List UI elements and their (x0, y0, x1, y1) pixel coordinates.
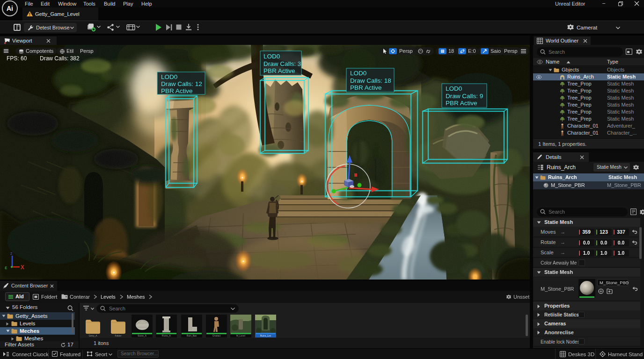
svg-text:LOD0: LOD0 (263, 53, 280, 60)
svg-text:ɛ: ɛ (5, 265, 7, 270)
svg-text:LOD0: LOD0 (446, 85, 462, 92)
svg-text:X: X (21, 264, 24, 271)
svg-text:PBR Active: PBR Active (446, 100, 477, 107)
svg-text:PBR Active: PBR Active (161, 87, 193, 94)
svg-text:FPS: 60: FPS: 60 (7, 55, 27, 62)
svg-text:LOD0: LOD0 (350, 70, 366, 77)
svg-text:z: z (10, 251, 13, 256)
svg-text:Draw Calls: 9: Draw Calls: 9 (446, 93, 483, 100)
svg-text:Draw Calls: 18: Draw Calls: 18 (350, 77, 391, 84)
svg-text:PBR Active: PBR Active (263, 67, 295, 74)
svg-text:Draw Calls: 3: Draw Calls: 3 (263, 60, 301, 67)
svg-text:LOD0: LOD0 (161, 73, 177, 80)
svg-text:Draw Calls: 12: Draw Calls: 12 (161, 80, 202, 87)
svg-text:Draw Calls: 382: Draw Calls: 382 (40, 55, 80, 62)
svg-text:PBR Active: PBR Active (350, 84, 382, 91)
